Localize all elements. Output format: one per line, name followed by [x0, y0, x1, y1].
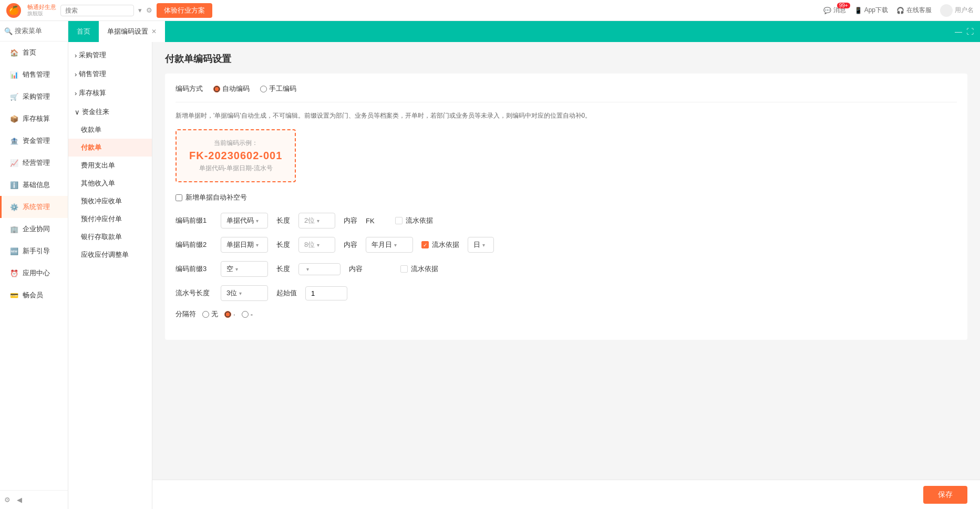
manual-radio-input[interactable]	[260, 86, 267, 92]
separator-dash-option[interactable]: -	[242, 310, 253, 318]
separator-dash-radio[interactable]	[242, 311, 249, 318]
sidebar-search[interactable]: 🔍 搜索菜单	[0, 21, 68, 41]
main-layout: 🔍 搜索菜单 🏠 首页 📊 销售管理 🛒 采购管理 📦 库存核算 🏦	[0, 21, 980, 509]
sidebar-item-sales[interactable]: 📊 销售管理	[0, 64, 68, 86]
prefix2-select[interactable]: 单据日期 ▾	[221, 237, 268, 253]
group-inventory: › 库存核算	[68, 84, 152, 102]
sidebar-item-purchase[interactable]: 🛒 采购管理	[0, 86, 68, 108]
message-icon: 💬	[823, 7, 831, 14]
group-sales-title[interactable]: › 销售管理	[68, 65, 152, 83]
tab-home[interactable]: 首页	[68, 21, 99, 42]
sidebar-item-payment[interactable]: 付款单	[68, 139, 152, 157]
manual-encoding-radio[interactable]: 手工编码	[260, 84, 296, 94]
dropdown-icon[interactable]: ▾	[138, 6, 142, 14]
sidebar-item-inventory[interactable]: 📦 库存核算	[0, 108, 68, 130]
trial-button[interactable]: 体验行业方案	[157, 3, 212, 18]
separator-row: 分隔符 无 · -	[176, 309, 957, 319]
prefix1-length-select[interactable]: 2位 ▾	[298, 213, 335, 228]
preview-desc: 单据代码-单据日期-流水号	[189, 164, 282, 173]
prefix1-serial-checkbox[interactable]	[395, 217, 403, 224]
separator-dot-radio[interactable]	[224, 311, 231, 318]
prefix3-select[interactable]: 空 ▾	[221, 261, 268, 277]
serial-length-select[interactable]: 3位 ▾	[221, 285, 268, 301]
online-service-button[interactable]: 🎧 在线客服	[896, 6, 932, 15]
separator-none-radio[interactable]	[202, 311, 209, 318]
sidebar-item-system[interactable]: ⚙️ 系统管理	[0, 196, 68, 218]
prefix3-len-dropdown-icon: ▾	[306, 266, 309, 272]
sidebar: 🔍 搜索菜单 🏠 首页 📊 销售管理 🛒 采购管理 📦 库存核算 🏦	[0, 21, 68, 509]
auto-encoding-radio[interactable]: 自动编码	[213, 84, 250, 94]
prefix3-length-label: 长度	[276, 264, 290, 274]
prefix2-length-select[interactable]: 8位 ▾	[298, 237, 335, 253]
sidebar-item-info[interactable]: ℹ️ 基础信息	[0, 174, 68, 196]
encoding-method-label: 编码方式	[176, 84, 203, 94]
sidebar-item-prepay-offset[interactable]: 预收冲应收单	[68, 192, 152, 210]
footer: 保存	[152, 480, 980, 509]
maximize-icon[interactable]: ⛶	[966, 27, 974, 36]
auto-radio-input[interactable]	[213, 86, 220, 92]
settings-icon[interactable]: ⚙	[146, 6, 152, 14]
group-purchase-title[interactable]: › 采购管理	[68, 46, 152, 64]
sidebar-item-ar-ap[interactable]: 应收应付调整单	[68, 246, 152, 264]
sidebar-item-expense[interactable]: 费用支出单	[68, 157, 152, 174]
settings-bottom-icon[interactable]: ⚙	[4, 496, 11, 504]
prefix2-content-select[interactable]: 年月日 ▾	[366, 237, 413, 253]
prefix1-content-label: 内容	[344, 216, 357, 225]
prefix1-select[interactable]: 单据代码 ▾	[221, 213, 268, 228]
sidebar-item-management[interactable]: 📈 经营管理	[0, 152, 68, 174]
collapse-icon[interactable]: ◀	[17, 496, 22, 504]
group-capital: ∨ 资金往来 收款单 付款单 费用支出单 其他收入单 预收冲应收单 预付冲应付单…	[68, 103, 152, 264]
prefix2-dropdown-icon: ▾	[256, 242, 259, 248]
tab-close-icon[interactable]: ✕	[151, 28, 157, 35]
prefix3-serial-checkbox[interactable]	[400, 265, 408, 273]
app-download-button[interactable]: 📱 App下载	[854, 6, 888, 15]
apps-icon: ⏰	[10, 269, 18, 277]
prefix3-length-select[interactable]: ▾	[298, 263, 341, 275]
avatar	[940, 4, 953, 17]
sidebar-item-enterprise[interactable]: 🏢 企业协同	[0, 218, 68, 240]
search-input[interactable]	[60, 5, 134, 16]
group-inventory-title[interactable]: › 库存核算	[68, 84, 152, 102]
sidebar-item-receipt[interactable]: 收款单	[68, 121, 152, 139]
service-icon: 🎧	[896, 7, 904, 14]
group-purchase: › 采购管理	[68, 46, 152, 64]
serial-start-input[interactable]	[305, 286, 347, 300]
group-capital-title[interactable]: ∨ 资金往来	[68, 103, 152, 121]
sidebar-item-apps[interactable]: ⏰ 应用中心	[0, 262, 68, 284]
auto-fill-checkbox[interactable]	[176, 194, 182, 201]
prefix3-serial-group: 流水依据	[400, 264, 438, 274]
sidebar-item-bank[interactable]: 银行存取款单	[68, 228, 152, 246]
user-menu[interactable]: 用户名	[940, 4, 974, 17]
sidebar-item-other-income[interactable]: 其他收入单	[68, 174, 152, 192]
management-icon: 📈	[10, 159, 18, 167]
sidebar-item-member[interactable]: 💳 畅会员	[0, 284, 68, 306]
encoding-method-row: 编码方式 自动编码 手工编码	[176, 84, 957, 102]
separator-dot-option[interactable]: ·	[224, 310, 235, 318]
prefix2-serial-checkbox[interactable]: ✓	[421, 241, 429, 248]
prefix1-content-value: FK	[366, 217, 387, 225]
save-button[interactable]: 保存	[923, 486, 967, 504]
sidebar-item-home[interactable]: 🏠 首页	[0, 41, 68, 64]
separator-none-option[interactable]: 无	[202, 309, 218, 319]
prefix3-label: 编码前缀3	[176, 264, 212, 274]
separator-label: 分隔符	[176, 309, 196, 319]
minimize-icon[interactable]: —	[955, 27, 962, 36]
sidebar-item-guide[interactable]: 🆕 新手引导	[0, 240, 68, 262]
sidebar-item-advance-offset[interactable]: 预付冲应付单	[68, 210, 152, 228]
prefix3-content-label: 内容	[349, 264, 363, 274]
prefix2-date-select[interactable]: 日 ▾	[468, 237, 494, 253]
topbar: 🍊 畅通好生意 旗舰版 ▾ ⚙ 体验行业方案 💬 消息 99+ 📱 App下载 …	[0, 0, 980, 21]
serial-start-label: 起始值	[276, 288, 297, 298]
message-button[interactable]: 💬 消息 99+	[823, 6, 846, 15]
tab-encoding-settings[interactable]: 单据编码设置 ✕	[99, 21, 165, 42]
prefix1-length-label: 长度	[276, 216, 290, 225]
sidebar-item-finance[interactable]: 🏦 资金管理	[0, 130, 68, 152]
prefix2-date-dropdown-icon: ▾	[482, 242, 485, 248]
prefix1-serial-group: 流水依据	[395, 216, 433, 225]
notice-text: 新增单据时，'单据编码'自动生成，不可编辑。前缀设置为部门、业务员等档案类，开单…	[176, 111, 957, 121]
prefix2-content-label: 内容	[344, 240, 357, 250]
prefix2-content-dropdown-icon: ▾	[394, 242, 397, 248]
main-panel: 付款单编码设置 编码方式 自动编码 手工编码	[152, 42, 980, 480]
inventory-icon: 📦	[10, 115, 18, 123]
info-icon: ℹ️	[10, 181, 18, 189]
